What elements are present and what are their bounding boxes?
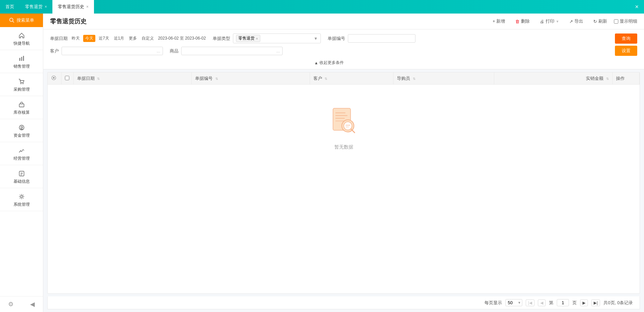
page-number-input[interactable]	[557, 299, 569, 306]
total-label: 共0页, 0条记录	[603, 300, 633, 306]
svg-point-15	[53, 77, 55, 79]
pagination-first-button[interactable]: |◀	[526, 299, 534, 306]
top-tab-零售退货历史[interactable]: 零售退货历史×	[52, 0, 94, 14]
filter-settings-button[interactable]: 设置	[615, 46, 637, 56]
header-actions: + 新增 🗑 删除 🖨 打印 ▼ ↗ 导出 ↻ 刷新	[489, 17, 637, 26]
tab-close-零售退货历史[interactable]: ×	[86, 4, 89, 9]
th-guide-label: 导购员	[397, 76, 410, 81]
sidebar-item-finance[interactable]: 资金管理	[0, 119, 43, 142]
th-amount[interactable]: 实销金额 ⇅	[494, 72, 613, 85]
empty-state: 暂无数据	[48, 85, 640, 171]
date-option-昨天[interactable]: 昨天	[70, 35, 81, 42]
sidebar-item-label-operation: 经营管理	[14, 156, 30, 161]
filter-goods-item: 商品 ...	[170, 47, 283, 55]
sidebar-item-inventory[interactable]: 库存核算	[0, 96, 43, 119]
tab-bar: 首页零售退货×零售退货历史×	[0, 0, 629, 14]
sidebar-item-label-sales: 销售管理	[14, 64, 30, 69]
th-date[interactable]: 单据日期 ⇅	[73, 72, 192, 85]
page-suffix: 页	[572, 300, 577, 306]
th-customer[interactable]: 客户 ⇅	[310, 72, 393, 85]
date-option-今天[interactable]: 今天	[83, 35, 95, 42]
svg-rect-4	[23, 56, 24, 61]
print-label: 打印	[546, 18, 554, 24]
filter-type-tag: 零售退货 ×	[236, 35, 260, 42]
page-header: 零售退货历史 + 新增 🗑 删除 🖨 打印 ▼ ↗ 导出	[43, 14, 644, 29]
th-number[interactable]: 单据编号 ⇅	[192, 72, 310, 85]
goods-ellipsis: ...	[276, 48, 280, 53]
th-guide-sort: ⇅	[413, 77, 415, 81]
filter-date-label: 单据日期	[50, 36, 68, 42]
sidebar-item-home[interactable]: 快捷导航	[0, 27, 43, 50]
filter-type-tag-close[interactable]: ×	[256, 37, 258, 41]
svg-rect-7	[19, 104, 24, 107]
purchase-icon	[18, 78, 25, 85]
delete-button[interactable]: 🗑 删除	[512, 17, 533, 26]
filter-goods-input[interactable]	[181, 47, 283, 55]
inventory-icon	[18, 101, 25, 108]
show-detail-checkbox[interactable]: 显示明细	[614, 18, 637, 24]
refresh-button[interactable]: ↻ 刷新	[590, 17, 611, 26]
empty-illustration	[327, 105, 361, 139]
page-label: 第	[549, 300, 553, 306]
per-page-select[interactable]: 50 20 100	[505, 299, 522, 306]
sidebar-item-label-home: 快捷导航	[14, 41, 30, 46]
svg-rect-19	[335, 118, 345, 119]
show-detail-input[interactable]	[614, 19, 618, 24]
query-button[interactable]: 查询	[615, 34, 637, 44]
pagination-prev-button[interactable]: ◀	[538, 299, 546, 306]
th-guide[interactable]: 导购员 ⇅	[393, 72, 494, 85]
content-area: 零售退货历史 + 新增 🗑 删除 🖨 打印 ▼ ↗ 导出	[43, 14, 644, 312]
pagination-next-button[interactable]: ▶	[580, 299, 588, 306]
svg-rect-9	[19, 171, 24, 176]
sidebar-item-label-purchase: 采购管理	[14, 87, 30, 92]
svg-rect-18	[335, 115, 348, 116]
sidebar-item-operation[interactable]: 经营管理	[0, 142, 43, 165]
date-option-近7天[interactable]: 近7天	[97, 35, 111, 42]
sidebar-item-purchase[interactable]: 采购管理	[0, 73, 43, 96]
sidebar-item-info[interactable]: 基础信息	[0, 165, 43, 188]
top-tab-首页[interactable]: 首页	[0, 0, 20, 14]
date-option-近1月[interactable]: 近1月	[113, 35, 126, 42]
data-table: 单据日期 ⇅ 单据编号 ⇅ 客户 ⇅ 导购员 ⇅	[48, 72, 640, 85]
sidebar-item-system[interactable]: 系统管理	[0, 188, 43, 211]
export-label: 导出	[574, 18, 583, 24]
filter-row-2: 客户 ... 商品 ...	[50, 47, 608, 55]
sidebar-toggle-button[interactable]: ◀	[30, 300, 35, 308]
pagination-last-button[interactable]: ▶|	[591, 299, 600, 306]
select-all-checkbox[interactable]	[65, 76, 69, 80]
sidebar-settings-button[interactable]: ⚙	[8, 300, 14, 308]
filter-type-select[interactable]: 零售退货 × ▼	[233, 34, 321, 43]
export-button[interactable]: ↗ 导出	[566, 17, 587, 26]
print-button[interactable]: 🖨 打印 ▼	[536, 17, 563, 26]
sidebar-item-label-finance: 资金管理	[14, 133, 30, 138]
show-detail-label: 显示明细	[620, 18, 637, 24]
top-tab-零售退货[interactable]: 零售退货×	[20, 0, 52, 14]
home-icon	[18, 32, 25, 39]
new-button[interactable]: + 新增	[489, 17, 508, 26]
th-settings[interactable]	[48, 72, 61, 85]
th-checkbox[interactable]	[61, 72, 73, 85]
filter-number-input[interactable]	[348, 34, 415, 43]
svg-rect-17	[335, 112, 345, 113]
sidebar-item-label-inventory: 库存核算	[14, 110, 30, 115]
sidebar-search-button[interactable]: 搜索菜单	[0, 14, 43, 27]
th-action: 操作	[613, 72, 640, 85]
sidebar-item-label-info: 基础信息	[14, 179, 30, 184]
th-amount-label: 实销金额	[586, 76, 603, 81]
new-label: + 新增	[493, 18, 505, 24]
date-option-更多[interactable]: 更多	[127, 35, 138, 42]
collapse-button[interactable]: ▲ 收起更多条件	[314, 60, 344, 66]
window-close-button[interactable]: ×	[629, 3, 644, 10]
tab-close-零售退货[interactable]: ×	[45, 4, 47, 9]
th-customer-sort: ⇅	[325, 77, 327, 81]
sidebar-item-sales[interactable]: 销售管理	[0, 50, 43, 73]
table-area: 单据日期 ⇅ 单据编号 ⇅ 客户 ⇅ 导购员 ⇅	[47, 72, 640, 294]
refresh-label: 刷新	[598, 18, 607, 24]
date-option-自定义[interactable]: 自定义	[140, 35, 155, 42]
th-date-label: 单据日期	[77, 76, 95, 81]
svg-line-1	[13, 21, 14, 23]
filter-customer-input[interactable]	[62, 47, 163, 55]
delete-label: 删除	[521, 18, 530, 24]
svg-rect-2	[19, 58, 20, 61]
filter-date-options: 昨天今天近7天近1月更多自定义	[70, 35, 155, 42]
